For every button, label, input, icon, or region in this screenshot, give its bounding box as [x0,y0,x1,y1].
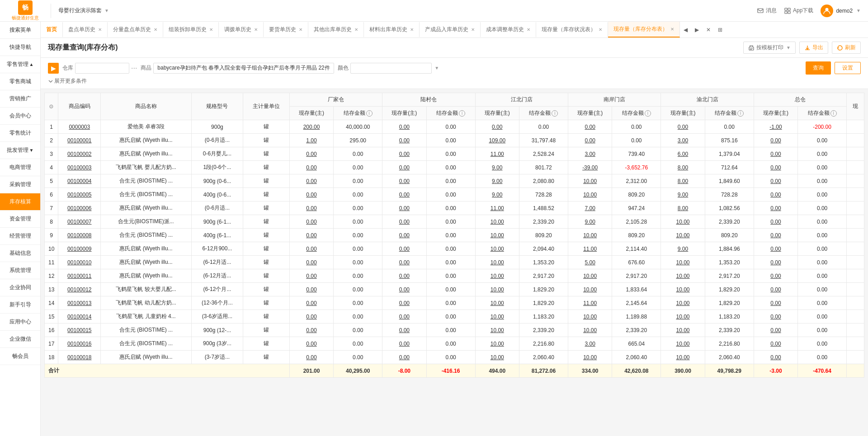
color-input[interactable] [350,63,432,74]
sidebar-item-member[interactable]: 会员中心 [0,108,40,125]
tab-home-label: 首页 [46,26,57,33]
tab-nav-prev[interactable]: ◀ [680,23,691,37]
sidebar-item-retail-stats[interactable]: 零售统计 [0,125,40,142]
industry-dropdown[interactable]: 母婴行业演示陈套 ▼ [58,7,109,14]
expand-chevron-icon [48,79,53,84]
jiangbei-amt-info-icon[interactable]: i [552,110,558,117]
svg-rect-1 [785,8,787,10]
cell-code: 00100010 [58,256,101,269]
cell-code: 00100002 [58,147,101,161]
sidebar-item-finance[interactable]: 资金管理 [0,211,40,228]
sidebar-item-retail-mgmt[interactable]: 零售管理▲ [0,56,40,73]
cell-extra [847,337,864,351]
cell-jiangbei-amt: 2,917.20 [519,269,568,283]
sidebar-item-basics[interactable]: 基础信息 [0,245,40,262]
tab-close-purchase-order[interactable]: ✕ [299,27,302,32]
cell-factory-qty: 0.00 [289,323,333,337]
total-amt-info-icon[interactable]: i [830,110,837,117]
tab-assembly[interactable]: 组装拆卸单历史 ✕ [163,22,219,37]
sidebar-item-wechat[interactable]: 企业微信 [0,331,40,348]
cell-nanan-qty: 7.00 [568,202,612,215]
luchun-amt-info-icon[interactable]: i [459,110,465,117]
sidebar-item-inventory[interactable]: 库存核算 [0,193,40,211]
cell-unit: 罐 [243,215,290,229]
tab-cost-adjust[interactable]: 成本调整单历史 ✕ [481,22,536,37]
tab-home[interactable]: 首页 [41,22,63,37]
tab-close-inventory-status[interactable]: ✕ [599,27,602,32]
sidebar-item-retail-mall[interactable]: 零售商城 [0,73,40,90]
tab-close-inventory-count[interactable]: ✕ [98,27,102,32]
table-container[interactable]: ⚙ 商品编码 商品名称 规格型号 主计量单位 厂家仓 陆村仓 江北门店 南岸门店… [41,89,868,436]
cell-factory-qty: 1.00 [289,134,333,147]
cell-name: 惠氏启赋 (Wyeth illu... [101,134,192,147]
tab-expand[interactable]: ⊞ [714,23,726,37]
sidebar-item-purchase[interactable]: 采购管理 [0,176,40,193]
sidebar-item-wholesale[interactable]: 批发管理▼ [0,142,40,159]
tab-product-inbound[interactable]: 产成品入库单历史 ✕ [420,22,481,37]
tab-inventory-count[interactable]: 盘点单历史 ✕ [63,22,108,37]
tab-purchase-order[interactable]: 要货单历史 ✕ [264,22,308,37]
cell-no: 13 [45,283,58,296]
sidebar-item-marketing[interactable]: 营销推广 [0,90,40,108]
sidebar-item-apps[interactable]: 应用中心 [0,314,40,331]
message-btn[interactable]: 消息 [757,7,777,14]
tab-close-transfer[interactable]: ✕ [254,27,258,32]
table-row: 8 00100007 合生元(BIOSTIME)派... 900g (6-1..… [45,215,864,229]
warehouse-input[interactable] [75,63,129,74]
tab-close-assembly[interactable]: ✕ [209,27,213,32]
gear-settings-icon[interactable]: ⚙ [49,103,54,110]
app-download-btn[interactable]: App下载 [784,7,813,14]
sidebar-item-system[interactable]: 系统管理 [0,262,40,279]
table-row: 4 00100003 飞鹤星飞帆 婴儿配方奶... 1段(0-6个... 罐 0… [45,161,864,174]
sidebar-item-guide[interactable]: 新手引导 [0,296,40,314]
th-jiangbei-qty: 现存量(主) [475,107,519,120]
tab-close-partial-count[interactable]: ✕ [154,27,157,32]
expand-btn[interactable]: 展开更多条件 [48,77,861,85]
sidebar-item-ecommerce[interactable]: 电商管理 [0,159,40,176]
sidebar-item-operations[interactable]: 经营管理 [0,228,40,245]
nanan-amt-info-icon[interactable]: i [645,110,651,117]
filter-toggle-btn[interactable]: ▶ [48,63,59,74]
cell-total-qty: 0.00 [754,269,797,283]
yubei-amt-info-icon[interactable]: i [737,110,744,117]
tab-transfer[interactable]: 调拨单历史 ✕ [219,22,264,37]
cell-luchun-qty: 0.00 [382,269,426,283]
export-btn[interactable]: 导出 [799,42,828,54]
user-dropdown-icon: ▼ [856,8,861,13]
tab-material-outbound[interactable]: 材料出库单历史 ✕ [364,22,420,37]
cell-yubei-qty: 8.00 [661,161,705,174]
factory-amt-info-icon[interactable]: i [366,110,373,117]
cell-jiangbei-qty: 10.00 [475,337,519,351]
table-row: 17 00100016 合生元 (BIOSTIME) ... 900g (3岁.… [45,337,864,351]
tab-close-product-inbound[interactable]: ✕ [471,27,475,32]
query-btn[interactable]: 查询 [806,61,831,75]
tab-inventory-dist[interactable]: 现存量（库存分布表） ✕ [608,22,680,38]
settings-btn[interactable]: 设置 [835,62,861,74]
cell-luchun-amt: 0.00 [426,296,475,310]
tab-close-cost-adjust[interactable]: ✕ [527,27,530,32]
warehouse-ellipsis-btn[interactable]: ··· [131,64,137,72]
sidebar-item-members2[interactable]: 畅会员 [0,348,40,365]
tab-close-inventory-dist[interactable]: ✕ [670,27,674,32]
tab-close-other-outbound[interactable]: ✕ [354,27,358,32]
user-area[interactable]: demo2 ▼ [821,5,861,17]
sidebar-item-nav[interactable]: 快捷导航 [0,39,40,56]
sidebar-item-collab[interactable]: 企业协同 [0,279,40,296]
th-luchun: 陆村仓 [382,93,475,107]
tab-close-material-outbound[interactable]: ✕ [410,27,414,32]
print-btn[interactable]: 按模板打印 ▼ [743,42,796,54]
product-input[interactable] [153,63,334,74]
cell-name: 惠氏启赋 (Wyeth illu... [101,269,192,283]
tab-nav-next[interactable]: ▶ [691,23,703,37]
tab-other-outbound[interactable]: 其他出库单历史 ✕ [308,22,364,37]
refresh-btn[interactable]: 刷新 [832,42,861,54]
sidebar-item-search[interactable]: 搜索英单 [0,22,40,39]
cell-factory-qty: 0.00 [289,296,333,310]
tab-partial-count[interactable]: 分量盘点单历史 ✕ [108,22,163,37]
tab-close-all[interactable]: ✕ [703,23,714,37]
cell-unit: 罐 [243,174,290,188]
cell-code: 00100018 [58,351,101,364]
tab-inventory-status[interactable]: 现存量（库存状况表） ✕ [536,22,608,37]
cell-total-amt: 0.00 [798,215,847,229]
th-total: 总仓 [754,93,846,107]
